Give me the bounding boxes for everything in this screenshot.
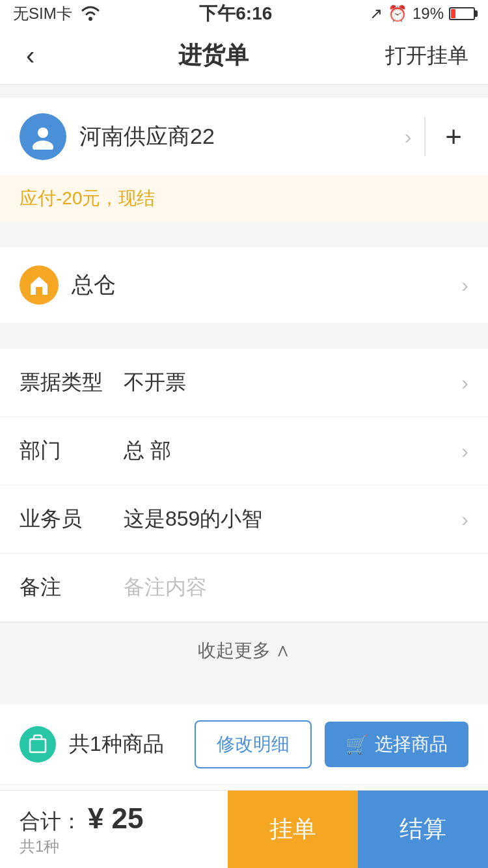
- gap-2: [0, 221, 488, 234]
- department-value: 总 部: [111, 437, 461, 465]
- invoice-type-row[interactable]: 票据类型 不开票 ›: [0, 349, 488, 417]
- product-count-icon: [20, 726, 56, 763]
- edit-detail-button[interactable]: 修改明细: [195, 720, 312, 768]
- battery-percent: 19%: [413, 5, 444, 23]
- salesperson-row[interactable]: 业务员 这是859的小智 ›: [0, 485, 488, 554]
- supplier-avatar: [20, 113, 66, 160]
- wifi-icon: [79, 3, 102, 25]
- battery-icon: [449, 7, 475, 20]
- svg-point-1: [38, 128, 48, 138]
- gap-1: [0, 85, 488, 98]
- status-right: ↗ ⏰ 19%: [370, 5, 475, 23]
- page-title: 进货单: [178, 40, 249, 72]
- supplier-divider: [424, 117, 426, 156]
- product-count-text: 共1种商品: [69, 730, 182, 759]
- select-product-label: 选择商品: [375, 732, 448, 757]
- product-header: 共1种商品 修改明细 🛒 选择商品: [0, 705, 488, 784]
- supplier-name: 河南供应商22: [79, 122, 405, 152]
- svg-rect-3: [36, 287, 42, 295]
- salesperson-label: 业务员: [20, 505, 111, 534]
- gap-3: [0, 323, 488, 336]
- form-section: 票据类型 不开票 › 部门 总 部 › 业务员 这是859的小智 › 备注 备注…: [0, 349, 488, 679]
- remark-label: 备注: [20, 573, 111, 602]
- pending-button[interactable]: 挂单: [228, 791, 358, 868]
- add-supplier-button[interactable]: +: [439, 120, 468, 153]
- svg-point-0: [88, 17, 92, 21]
- department-chevron-icon: ›: [461, 439, 468, 463]
- nav-bar: ‹ 进货单 打开挂单: [0, 27, 488, 85]
- warehouse-row[interactable]: 总仓 ›: [0, 247, 488, 323]
- department-label: 部门: [20, 437, 111, 465]
- remark-placeholder: 备注内容: [111, 573, 468, 602]
- invoice-type-value: 不开票: [111, 368, 461, 397]
- supplier-row[interactable]: 河南供应商22 › +: [0, 98, 488, 176]
- department-row[interactable]: 部门 总 部 ›: [0, 417, 488, 485]
- svg-point-2: [33, 141, 53, 150]
- footer-bar: 合计： ¥ 25 共1种 挂单 结算: [0, 790, 488, 868]
- collapse-button[interactable]: 收起更多 ∧: [0, 622, 488, 679]
- status-time: 下午6:16: [199, 1, 272, 26]
- warning-text: 应付-20元，现结: [20, 188, 155, 208]
- back-button[interactable]: ‹: [20, 34, 41, 77]
- alarm-icon: ⏰: [388, 5, 407, 23]
- footer-total: 合计： ¥ 25 共1种: [0, 791, 228, 868]
- open-pending-button[interactable]: 打开挂单: [385, 42, 468, 70]
- warning-banner: 应付-20元，现结: [0, 176, 488, 221]
- svg-rect-4: [30, 739, 46, 752]
- supplier-section: 河南供应商22 › + 应付-20元，现结: [0, 98, 488, 221]
- invoice-type-label: 票据类型: [20, 368, 111, 397]
- settle-button[interactable]: 结算: [358, 791, 488, 868]
- gap-4: [0, 679, 488, 692]
- salesperson-value: 这是859的小智: [111, 505, 461, 534]
- remark-row[interactable]: 备注 备注内容: [0, 554, 488, 622]
- location-icon: ↗: [370, 5, 383, 23]
- salesperson-chevron-icon: ›: [461, 508, 468, 532]
- carrier-text: 无SIM卡: [13, 3, 72, 24]
- warehouse-icon: [20, 265, 59, 305]
- select-product-icon: 🛒: [346, 734, 368, 755]
- footer-total-amount: ¥ 25: [88, 802, 144, 834]
- collapse-text: 收起更多 ∧: [198, 640, 291, 660]
- footer-total-count: 共1种: [20, 836, 208, 857]
- status-left: 无SIM卡: [13, 3, 102, 25]
- warehouse-chevron-icon: ›: [461, 273, 468, 297]
- footer-total-label: 合计：: [20, 809, 82, 833]
- settle-button-label: 结算: [400, 813, 446, 845]
- pending-button-label: 挂单: [269, 813, 316, 845]
- warehouse-name: 总仓: [72, 270, 461, 300]
- status-bar: 无SIM卡 下午6:16 ↗ ⏰ 19%: [0, 0, 488, 27]
- supplier-chevron-icon: ›: [405, 125, 412, 149]
- invoice-type-chevron-icon: ›: [461, 371, 468, 395]
- select-product-button[interactable]: 🛒 选择商品: [325, 722, 468, 767]
- footer-total-line: 合计： ¥ 25: [20, 802, 208, 836]
- warehouse-section: 总仓 ›: [0, 247, 488, 323]
